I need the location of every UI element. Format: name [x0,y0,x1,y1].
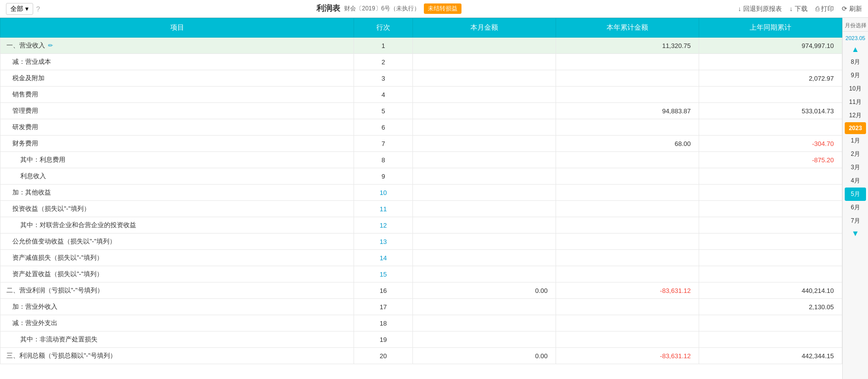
cell-month-amount [413,234,556,250]
cell-row-num: 17 [354,299,413,315]
scope-label: 全部 [10,4,23,13]
table-row: 其中：利息费用8-875.20 [0,152,842,168]
cell-row-num[interactable]: 15 [354,266,413,283]
month-item[interactable]: 3月 [843,161,868,174]
scope-dropdown[interactable]: 全部 ▾ [6,3,33,15]
cell-month-amount [413,168,556,185]
status-badge: 未结转损益 [424,3,461,14]
cell-ytd-amount [556,234,699,250]
table-row: 减：营业成本2 [0,54,842,70]
help-icon[interactable]: ? [36,5,40,13]
cell-prev-amount: 533,014.73 [699,103,842,119]
scroll-up-arrow[interactable]: ▲ [843,44,868,55]
table-area: 项目 行次 本月金额 本年累计金额 上年同期累计 一、营业收入✏111,320.… [0,18,842,379]
cell-row-num[interactable]: 10 [354,185,413,201]
cell-item: 财务费用 [0,136,354,152]
cell-row-num: 4 [354,87,413,103]
month-item[interactable]: 6月 [843,201,868,214]
cell-prev-amount [699,234,842,250]
cell-item: 减：营业外支出 [0,315,354,332]
cell-month-amount [413,299,556,315]
cell-row-num: 1 [354,38,413,54]
cell-ytd-amount [556,54,699,70]
cell-month-amount: 0.00 [413,283,556,299]
cell-prev-amount: -304.70 [699,136,842,152]
month-item[interactable]: 5月 [845,188,866,201]
cell-row-num[interactable]: 11 [354,201,413,217]
month-item[interactable]: 7月 [843,214,868,228]
cell-prev-amount [699,332,842,348]
cell-row-num: 8 [354,152,413,168]
cell-prev-amount [699,185,842,201]
month-item[interactable]: 4月 [843,174,868,188]
cell-item: 研发费用 [0,119,354,136]
scroll-down-arrow[interactable]: ▼ [843,228,868,239]
month-item[interactable]: 12月 [843,109,868,122]
cell-prev-amount: 440,214.10 [699,283,842,299]
month-item[interactable]: 11月 [843,95,868,109]
month-item[interactable]: 10月 [843,82,868,95]
cell-prev-amount: 2,072.97 [699,70,842,87]
cell-row-num: 6 [354,119,413,136]
table-row: 投资收益（损失以"-"填列）11 [0,201,842,217]
cell-item: 销售费用 [0,87,354,103]
cell-row-num: 16 [354,283,413,299]
cell-month-amount [413,152,556,168]
back-button[interactable]: ↓ 回退到原报表 [738,4,781,13]
month-item[interactable]: 2023 [845,122,866,134]
cell-ytd-amount: -83,631.12 [556,348,699,364]
profit-table: 项目 行次 本月金额 本年累计金额 上年同期累计 一、营业收入✏111,320.… [0,18,842,364]
cell-month-amount [413,103,556,119]
cell-prev-amount [699,266,842,283]
cell-month-amount [413,266,556,283]
cell-item: 三、利润总额（亏损总额以"-"号填列） [0,348,354,364]
refresh-button[interactable]: ⟳ 刷新 [842,4,862,13]
cell-month-amount [413,87,556,103]
cell-ytd-amount [556,185,699,201]
cell-row-num: 2 [354,54,413,70]
edit-icon[interactable]: ✏ [48,42,53,49]
cell-item: 一、营业收入✏ [0,38,354,54]
page-subtitle: 财会〔2019〕6号（未执行） [344,4,420,13]
cell-month-amount [413,70,556,87]
table-row: 研发费用6 [0,119,842,136]
cell-prev-amount [699,87,842,103]
cell-month-amount [413,136,556,152]
cell-row-num[interactable]: 13 [354,234,413,250]
cell-row-num[interactable]: 14 [354,250,413,266]
cell-item: 加：其他收益 [0,185,354,201]
cell-month-amount [413,119,556,136]
cell-ytd-amount [556,332,699,348]
print-button[interactable]: ⎙ 打印 [816,4,834,13]
cell-row-num: 5 [354,103,413,119]
cell-item: 税金及附加 [0,70,354,87]
cell-row-num: 9 [354,168,413,185]
month-year-display: 2023.05 [843,33,868,44]
cell-item: 公允价值变动收益（损失以"-"填列） [0,234,354,250]
cell-row-num: 20 [354,348,413,364]
cell-ytd-amount [556,201,699,217]
cell-item: 投资收益（损失以"-"填列） [0,201,354,217]
table-row: 资产处置收益（损失以"-"填列）15 [0,266,842,283]
month-item[interactable]: 9月 [843,69,868,82]
table-row: 其中：对联营企业和合营企业的投资收益12 [0,217,842,234]
cell-ytd-amount [556,299,699,315]
cell-ytd-amount [556,250,699,266]
month-item[interactable]: 8月 [843,55,868,69]
table-row: 管理费用594,883.87533,014.73 [0,103,842,119]
cell-item: 其中：对联营企业和合营企业的投资收益 [0,217,354,234]
cell-ytd-amount: 94,883.87 [556,103,699,119]
header-ytd: 本年累计金额 [556,18,699,38]
cell-ytd-amount [556,70,699,87]
cell-item: 管理费用 [0,103,354,119]
month-item[interactable]: 1月 [843,134,868,147]
top-actions: ↓ 回退到原报表 ↓ 下载 ⎙ 打印 ⟳ 刷新 [738,4,862,13]
cell-prev-amount: -875.20 [699,152,842,168]
cell-prev-amount [699,168,842,185]
main-layout: 项目 行次 本月金额 本年累计金额 上年同期累计 一、营业收入✏111,320.… [0,18,868,379]
cell-row-num[interactable]: 12 [354,217,413,234]
table-row: 三、利润总额（亏损总额以"-"号填列）200.00-83,631.12442,3… [0,348,842,364]
month-item[interactable]: 2月 [843,147,868,161]
cell-month-amount [413,38,556,54]
download-button[interactable]: ↓ 下载 [790,4,808,13]
